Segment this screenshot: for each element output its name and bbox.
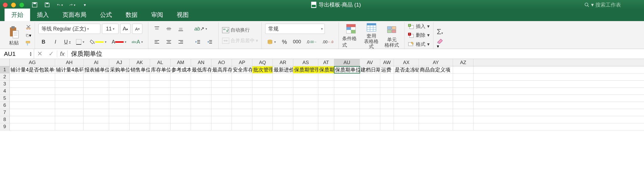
cell-AW2[interactable] (380, 73, 394, 80)
cell-AZ1[interactable] (453, 66, 473, 73)
cell-AU2[interactable] (334, 73, 360, 80)
insert-cells-button[interactable]: +插入▾ (408, 23, 430, 30)
undo-icon[interactable]: ▾ (57, 2, 63, 8)
cell-AP2[interactable] (232, 73, 252, 80)
cell-AY7[interactable] (419, 109, 453, 116)
cell-AR2[interactable] (273, 73, 293, 80)
cell-AK8[interactable] (130, 116, 150, 123)
cell-AQ5[interactable] (252, 95, 273, 102)
close-window-button[interactable] (3, 3, 8, 7)
cell-AV9[interactable] (360, 123, 380, 130)
row-header-5[interactable]: 5 (0, 95, 10, 102)
cell-AP8[interactable] (232, 116, 252, 123)
search-input[interactable] (595, 2, 638, 8)
tab-formulas[interactable]: 公式 (93, 9, 119, 21)
column-header-AW[interactable]: AW (380, 59, 394, 66)
column-header-AT[interactable]: AT (318, 59, 334, 66)
row-header-4[interactable]: 4 (0, 88, 10, 95)
cell-AK2[interactable] (130, 73, 150, 80)
tab-page-layout[interactable]: 页面布局 (56, 9, 93, 21)
spreadsheet-grid[interactable]: AGAHAIAJAKALAMANAOAPAQARASATAUAVAWAXAYAZ… (0, 59, 644, 130)
cell-AN1[interactable]: 最低库存 (191, 66, 211, 73)
cell-AL1[interactable]: 库存单位 (150, 66, 171, 73)
cell-AQ2[interactable] (252, 73, 273, 80)
cell-AI5[interactable] (84, 95, 109, 102)
cell-AZ6[interactable] (453, 102, 473, 109)
column-header-AI[interactable]: AI (84, 59, 109, 66)
row-header-2[interactable]: 2 (0, 73, 10, 80)
cell-AX4[interactable] (394, 88, 419, 95)
cell-AZ5[interactable] (453, 95, 473, 102)
cell-styles-button[interactable]: 单元 格样式 (383, 23, 401, 48)
cell-AP3[interactable] (232, 81, 252, 87)
qat-customize-icon[interactable]: ▾ (82, 2, 88, 8)
column-header-AK[interactable]: AK (130, 59, 150, 66)
cell-AY4[interactable] (419, 88, 453, 95)
align-right-button[interactable] (176, 37, 186, 47)
cell-AM7[interactable] (171, 109, 191, 116)
cell-AJ3[interactable] (109, 81, 130, 87)
clear-button[interactable]: ▾ (437, 38, 444, 49)
cell-AV2[interactable] (360, 73, 380, 80)
increase-indent-button[interactable] (205, 37, 215, 47)
column-header-AM[interactable]: AM (171, 59, 191, 66)
cell-AK9[interactable] (130, 123, 150, 130)
cell-AS2[interactable] (293, 73, 318, 80)
cell-AM8[interactable] (171, 116, 191, 123)
cell-AL5[interactable] (150, 95, 171, 102)
cell-AL8[interactable] (150, 116, 171, 123)
cell-AP1[interactable]: 安全库存 (232, 66, 252, 73)
cell-AO1[interactable]: 最高库存 (211, 66, 232, 73)
cell-AK7[interactable] (130, 109, 150, 116)
cell-AG8[interactable] (10, 116, 55, 123)
align-left-button[interactable] (152, 37, 162, 47)
align-top-button[interactable] (152, 24, 162, 34)
cell-AN5[interactable] (191, 95, 211, 102)
cell-AZ7[interactable] (453, 109, 473, 116)
column-header-AQ[interactable]: AQ (252, 59, 273, 66)
column-header-AN[interactable]: AN (191, 59, 211, 66)
cell-AP6[interactable] (232, 102, 252, 109)
cell-AH2[interactable] (55, 73, 84, 80)
cell-AG9[interactable] (10, 123, 55, 130)
column-header-AU[interactable]: AU (334, 59, 360, 66)
paste-button[interactable]: 粘贴 (5, 23, 23, 48)
cell-AJ2[interactable] (109, 73, 130, 80)
cell-AX2[interactable] (394, 73, 419, 80)
cell-AV5[interactable] (360, 95, 380, 102)
cell-AG7[interactable] (10, 109, 55, 116)
row-header-1[interactable]: 1 (0, 66, 10, 73)
cell-AO7[interactable] (211, 109, 232, 116)
cell-AT2[interactable] (318, 73, 334, 80)
format-painter-icon[interactable] (26, 40, 31, 46)
cell-AZ9[interactable] (453, 123, 473, 130)
copy-icon[interactable]: ▾ (26, 32, 31, 38)
cell-AR3[interactable] (273, 81, 293, 87)
format-cells-button[interactable]: 格式▾ (408, 41, 430, 48)
row-header-3[interactable]: 3 (0, 81, 10, 87)
row-header-8[interactable]: 8 (0, 116, 10, 123)
cell-AR7[interactable] (273, 109, 293, 116)
font-name-select[interactable]: 等线 Regular (正文)▾ (38, 24, 100, 34)
phonetic-button[interactable]: abcA▾ (130, 37, 145, 47)
column-header-AJ[interactable]: AJ (109, 59, 130, 66)
cell-AK5[interactable] (130, 95, 150, 102)
cell-AM5[interactable] (171, 95, 191, 102)
cell-AL3[interactable] (150, 81, 171, 87)
column-header-AX[interactable]: AX (394, 59, 419, 66)
column-header-AH[interactable]: AH (55, 59, 84, 66)
cell-AY3[interactable] (419, 81, 453, 87)
cell-AN3[interactable] (191, 81, 211, 87)
cell-AS1[interactable]: 保质期管理 (293, 66, 318, 73)
cell-AK6[interactable] (130, 102, 150, 109)
comma-button[interactable]: 000 (291, 37, 303, 47)
cell-AP4[interactable] (232, 88, 252, 95)
cell-AZ4[interactable] (453, 88, 473, 95)
cell-AY1[interactable]: 商品自定义项 (419, 66, 453, 73)
name-box-stepper[interactable]: ▲▼ (29, 51, 32, 56)
cell-AP5[interactable] (232, 95, 252, 102)
cell-AV4[interactable] (360, 88, 380, 95)
cell-AL6[interactable] (150, 102, 171, 109)
cell-AM6[interactable] (171, 102, 191, 109)
decrease-font-button[interactable]: A▾ (132, 24, 142, 34)
